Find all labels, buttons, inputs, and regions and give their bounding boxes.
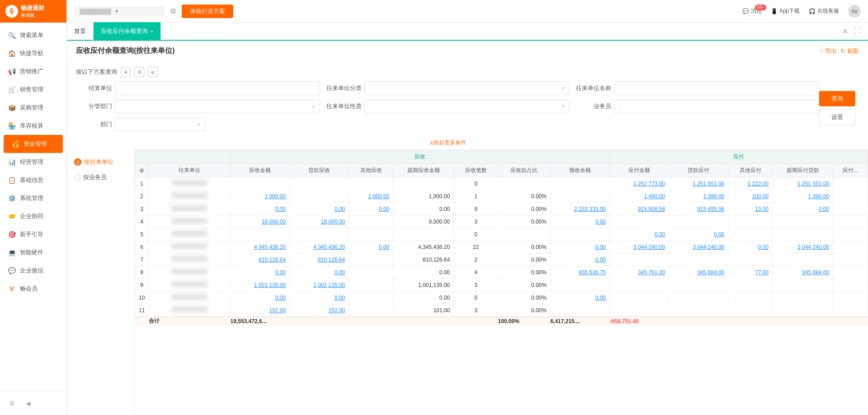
page: 应收应付余额查询(按往来单位) ↑ 导出 ↻ 刷新 按以下方案查询 + [67,41,868,415]
table-cell[interactable]: 1,251,551.00 [773,177,833,190]
table-cell[interactable]: 0.00 [550,215,609,228]
filter-expand-button[interactable]: « [148,67,158,77]
name-input[interactable] [614,81,819,95]
division-select[interactable]: ▼ [115,118,205,131]
topbar-address[interactable]: ▓▓▓▓▓▓▓▓ ▼ [74,6,165,16]
tab-ar-ap[interactable]: 应收应付余额查询 × [94,22,161,40]
scheme-item-by-company[interactable]: 业 按往来单位 [67,154,134,170]
table-cell[interactable]: 1,222.00 [728,177,773,190]
table-cell[interactable]: 0.00 [349,241,393,253]
table-cell[interactable]: 0.00 [231,291,290,304]
tab-close-button[interactable]: × [151,29,153,34]
table-cell[interactable]: 1,390.00 [669,190,728,203]
topbar-message-button[interactable]: 💬 消息 99+ [742,7,762,15]
sidebar-item-quick-nav[interactable]: 🏠 快捷导航 [0,44,66,62]
table-cell[interactable]: 0.00 [550,241,609,253]
sidebar-item-guide[interactable]: 🎯 新手引导 [0,225,66,243]
sidebar-item-marketing[interactable]: 📢 营销推广 [0,62,66,81]
sidebar-item-wechat[interactable]: 💬 企业微信 [0,262,66,280]
table-cell[interactable]: 915,508.56 [610,203,669,215]
window-expand-icon[interactable]: ⛶ [854,27,861,35]
table-cell[interactable]: 1,000.00 [349,190,393,203]
export-button[interactable]: ↑ 导出 [821,47,837,55]
sidebar-item-operations[interactable]: 📊 经营管理 [0,153,66,171]
table-cell[interactable]: 810,126.64 [290,253,349,266]
table-cell [610,279,669,291]
sidebar-item-sales[interactable]: 🛒 销售管理 [0,81,66,99]
footer-ar-amount[interactable]: 19,553,472,6... [231,317,290,325]
table-cell[interactable]: 0.00 [231,266,290,279]
table-cell[interactable]: 1,390.00 [773,190,833,203]
filter-config-button[interactable]: ⊙ [134,67,144,77]
table-cell[interactable]: 915,495.56 [669,203,728,215]
table-cell[interactable]: 152.00 [231,304,290,317]
footer-ar-prepay[interactable]: 6,417,215.... [550,317,609,325]
sidebar-item-search-menu[interactable]: 🔍 搜索菜单 [0,26,66,44]
table-cell[interactable]: 1,001,135.00 [290,279,349,291]
filter-add-button[interactable]: + [121,67,131,77]
sidebar-item-inventory[interactable]: 🏪 库存核算 [0,117,66,135]
topbar-cta-button[interactable]: 体验行业方案 [182,5,233,18]
tab-home[interactable]: 首页 [67,22,94,40]
table-cell[interactable]: 1,251,551.00 [669,177,728,190]
table-cell[interactable]: 18,000.00 [231,215,290,228]
salesman-input[interactable]: ··· [614,100,819,113]
table-cell[interactable]: 0.00 [773,203,833,215]
dept-select[interactable]: ▼ [115,100,320,113]
table-cell[interactable]: 345,684.00 [669,266,728,279]
table-cell[interactable]: 655,636.75 [550,266,609,279]
table-cell[interactable]: 0.00 [669,228,728,241]
table-cell[interactable]: 4,345,436.20 [231,241,290,253]
window-close-icon[interactable]: ✕ [842,27,848,36]
sidebar-collapse-button[interactable]: ◀ [22,397,34,410]
table-cell[interactable]: 0.00 [290,203,349,215]
collapse-more-button[interactable]: ∧ 收起更多条件 [76,136,819,149]
category-select[interactable]: ▼ [364,81,570,95]
division-label: 部门 [76,120,112,129]
table-cell[interactable]: 2,153,333.00 [550,203,609,215]
table-cell[interactable]: 77.00 [728,266,773,279]
table-cell[interactable]: 4,345,436.20 [290,241,349,253]
sidebar-item-purchase[interactable]: 📦 采购管理 [0,99,66,117]
table-cell[interactable]: 1,252,773.00 [610,177,669,190]
topbar-user[interactable]: Rit [848,5,861,18]
topbar-app-download[interactable]: 📱 App下载 [771,7,800,15]
topbar-settings-icon[interactable]: ⚙ [170,7,176,15]
table-cell[interactable]: 1,001,135.00 [231,279,290,291]
table-cell[interactable]: 0.00 [231,203,290,215]
nature-select[interactable]: ▼ [364,100,570,113]
col-settings[interactable]: ⚙ [135,164,149,177]
table-cell[interactable]: 0.00 [349,203,393,215]
table-cell[interactable]: 0.00 [550,291,609,304]
sidebar-item-system[interactable]: ⚙️ 系统管理 [0,189,66,207]
table-cell[interactable]: 345,761.00 [610,266,669,279]
table-cell[interactable]: 3,044,240.00 [669,241,728,253]
table-cell[interactable]: 18,000.00 [290,215,349,228]
table-cell[interactable]: 810,126.64 [231,253,290,266]
sidebar-item-hardware[interactable]: 💻 智能硬件 [0,243,66,262]
table-cell[interactable]: 3,044,240.00 [610,241,669,253]
table-cell[interactable]: 0.00 [728,241,773,253]
sidebar-item-member[interactable]: V 畅会员 [0,280,66,298]
table-cell[interactable]: 152.00 [290,304,349,317]
settings-button[interactable]: 设置 [819,109,855,125]
sidebar-item-basic[interactable]: 📋 基础信息 [0,171,66,189]
sidebar-item-collab[interactable]: 🤝 企业协同 [0,207,66,225]
table-cell[interactable]: 0.00 [290,291,349,304]
table-cell[interactable]: 1,490.00 [610,190,669,203]
sidebar-item-finance[interactable]: 💰 资金管理 [4,135,63,153]
table-cell[interactable]: 3,044,240.00 [773,241,833,253]
scheme-item-by-salesman[interactable]: 按业务员 [67,170,134,185]
table-cell[interactable]: 0.00 [610,228,669,241]
table-cell[interactable]: 13.00 [728,203,773,215]
topbar-online-service[interactable]: 🎧 在线客服 [809,7,839,15]
table-cell[interactable]: 0.00 [550,253,609,266]
table-cell[interactable]: 100.00 [728,190,773,203]
query-button[interactable]: 查询 [819,91,855,106]
refresh-button[interactable]: ↻ 刷新 [840,47,859,55]
table-cell[interactable]: 0.00 [290,266,349,279]
settlement-input[interactable]: ··· [115,81,320,95]
sidebar-settings-button[interactable]: ⚙ [5,397,18,410]
table-cell[interactable]: 1,000.00 [231,190,290,203]
table-cell[interactable]: 345,684.00 [773,266,833,279]
